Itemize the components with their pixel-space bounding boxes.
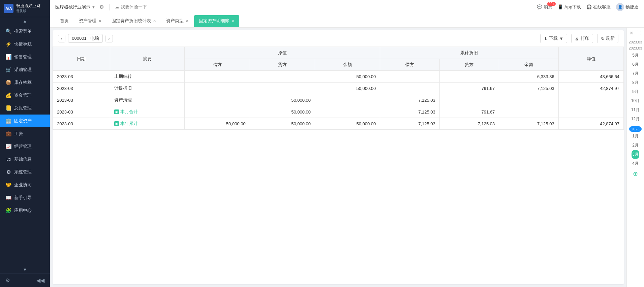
sidebar-label-ledger: 总账管理	[14, 105, 44, 111]
timeline-month2-1月[interactable]: 1月	[630, 132, 641, 141]
tab-assetdetail[interactable]: 固定资产明细账✕	[194, 15, 239, 27]
timeline-month2-4月[interactable]: 4月	[630, 159, 641, 168]
message-btn[interactable]: 💬 消息 99+	[537, 4, 552, 10]
sidebar-item-sales[interactable]: 📊销售管理	[0, 51, 50, 63]
cell-date: 2023-03	[53, 106, 110, 118]
timeline-month-6月[interactable]: 6月	[631, 60, 640, 69]
sidebar-item-ledger[interactable]: 📒总账管理	[0, 102, 50, 115]
sidebar-item-search[interactable]: 🔍搜索菜单	[0, 25, 50, 38]
sidebar-item-appcenter[interactable]: 🧩应用中心	[0, 204, 50, 217]
table-row: 2023-03 上期结转 50,000.00 6,333.36 43,666.6…	[53, 71, 624, 83]
tab-close-assetdetail[interactable]: ✕	[232, 19, 235, 23]
sidebar-item-fixedassets[interactable]: 🏢固定资产	[0, 115, 50, 127]
cell-orig-debit	[185, 106, 250, 118]
timeline-year-badge: 2023	[629, 126, 641, 132]
timeline-month-7月[interactable]: 7月	[631, 69, 640, 78]
timeline-down-btn[interactable]: ⊕	[633, 170, 638, 178]
cell-accum-balance	[499, 94, 558, 106]
chevron-up-icon: ▲	[23, 19, 27, 24]
download-label: 下载	[549, 35, 558, 41]
tag-icon: ▣	[114, 109, 119, 114]
sidebar: AtA 畅捷通好业财 普及版 ▲ 🔍搜索菜单⚡快捷导航📊销售管理🛒采购管理📦库存…	[0, 0, 50, 287]
company-settings-icon[interactable]: ⚙	[99, 4, 104, 10]
baseinfo-icon: 🗂	[5, 156, 11, 162]
settings-icon[interactable]: ⚙	[5, 277, 10, 284]
sidebar-scroll-up[interactable]: ▲	[0, 17, 50, 25]
print-label: 打印	[581, 35, 589, 41]
tab-close-depreciation[interactable]: ✕	[153, 19, 156, 23]
tab-close-assettype[interactable]: ✕	[186, 19, 189, 23]
customer-service-btn[interactable]: 🎧 在线客服	[586, 4, 611, 10]
cell-orig-credit	[250, 71, 315, 83]
sidebar-label-purchase: 采购管理	[14, 67, 44, 73]
collapse-icon[interactable]: ◀◀	[36, 277, 44, 284]
tab-home[interactable]: 首页	[55, 15, 73, 27]
tab-label-assetmgmt: 资产管理	[79, 18, 96, 24]
sidebar-item-salary[interactable]: 💼工资	[0, 127, 50, 140]
next-asset-btn[interactable]: ›	[105, 35, 113, 42]
sidebar-nav: 🔍搜索菜单⚡快捷导航📊销售管理🛒采购管理📦库存核算💰资金管理📒总账管理🏢固定资产…	[0, 25, 50, 266]
col-date: 日期	[53, 47, 110, 71]
timeline-expand-icon[interactable]: ⛶	[637, 30, 641, 36]
sidebar-label-fixedassets: 固定资产	[14, 118, 44, 124]
tab-label-assettype: 资产类型	[166, 18, 184, 24]
cell-accum-credit: 791.67	[439, 106, 499, 118]
timeline-month-12月[interactable]: 12月	[631, 115, 640, 124]
table-row: 2023-03 ▣本年累计 50,000.00 50,000.00 50,000…	[53, 118, 624, 130]
cell-orig-debit	[185, 71, 250, 83]
timeline-scroll-down-icon[interactable]: ⊕	[633, 170, 638, 177]
download-btn[interactable]: ⬇ 下载 ▼	[540, 34, 567, 43]
refresh-btn[interactable]: ↻ 刷新	[597, 34, 618, 43]
sidebar-item-funds[interactable]: 💰资金管理	[0, 89, 50, 102]
sidebar-item-inventory[interactable]: 📦库存核算	[0, 76, 50, 89]
prev-asset-btn[interactable]: ‹	[58, 35, 65, 42]
timeline-month2-3月[interactable]: 3月	[632, 150, 639, 159]
tag-icon: ▣	[114, 121, 119, 126]
main-panel: ‹ 000001 电脑 › ⬇ 下载 ▼ 🖨	[53, 30, 624, 284]
tab-close-assetmgmt[interactable]: ✕	[98, 19, 101, 23]
sidebar-item-operations[interactable]: 📈经营管理	[0, 140, 50, 153]
cell-netvalue: 43,666.64	[558, 71, 623, 83]
user-name: 畅捷通	[625, 4, 639, 10]
cell-accum-balance: 7,125.03	[499, 118, 558, 130]
print-btn[interactable]: 🖨 打印	[571, 34, 593, 43]
timeline-month-8月[interactable]: 8月	[631, 78, 640, 87]
cell-accum-balance: 6,333.36	[499, 71, 558, 83]
cell-orig-balance	[315, 94, 380, 106]
tab-assetmgmt[interactable]: 资产管理✕	[74, 15, 106, 27]
timeline-month-5月[interactable]: 5月	[631, 51, 640, 60]
timeline-month-9月[interactable]: 9月	[631, 87, 640, 96]
summary-tag: ▣本月合计	[114, 109, 138, 115]
timeline-month2-2月[interactable]: 2月	[630, 141, 641, 150]
sidebar-scroll-down[interactable]: ▼	[0, 266, 50, 274]
cell-netvalue	[558, 94, 623, 106]
sidebar-item-purchase[interactable]: 🛒采购管理	[0, 63, 50, 76]
tab-assettype[interactable]: 资产类型✕	[161, 15, 193, 27]
timeline-month-10月[interactable]: 10月	[631, 96, 640, 105]
asset-code: 000001	[72, 36, 86, 41]
cell-orig-debit: 50,000.00	[185, 118, 250, 130]
chevron-down-icon: ▼	[23, 267, 27, 272]
cell-netvalue: 42,874.97	[558, 118, 623, 130]
sidebar-item-collab[interactable]: 🤝企业协同	[0, 179, 50, 191]
sidebar-item-sysadmin[interactable]: ⚙系统管理	[0, 166, 50, 179]
table-row: 2023-03 计提折旧 50,000.00 791.67 7,125.03 4…	[53, 83, 624, 94]
cell-orig-debit	[185, 94, 250, 106]
sidebar-label-operations: 经营管理	[14, 144, 44, 150]
sidebar-label-salary: 工资	[14, 131, 44, 137]
timeline-month-11月[interactable]: 11月	[631, 105, 640, 115]
sidebar-item-quicknav[interactable]: ⚡快捷导航	[0, 38, 50, 51]
timeline-top: ✕ ⛶	[627, 29, 644, 38]
tab-depreciation[interactable]: 固定资产折旧统计表✕	[107, 15, 161, 27]
content-area: ‹ 000001 电脑 › ⬇ 下载 ▼ 🖨	[50, 28, 644, 287]
app-download-btn[interactable]: 📱 App下载	[558, 4, 581, 10]
col-orig-balance: 余额	[315, 59, 380, 71]
timeline-close-icon[interactable]: ✕	[630, 30, 634, 36]
company-selector[interactable]: 医疗器械行业演示 ▼	[55, 4, 95, 10]
user-area[interactable]: 👤 畅捷通	[616, 3, 639, 11]
experience-label: 我要体验一下	[121, 4, 147, 10]
company-name: 医疗器械行业演示	[55, 4, 90, 10]
experience-btn[interactable]: ☁ 我要体验一下	[115, 4, 147, 10]
sidebar-item-baseinfo[interactable]: 🗂基础信息	[0, 153, 50, 166]
sidebar-item-guide[interactable]: 📖新手引导	[0, 191, 50, 204]
